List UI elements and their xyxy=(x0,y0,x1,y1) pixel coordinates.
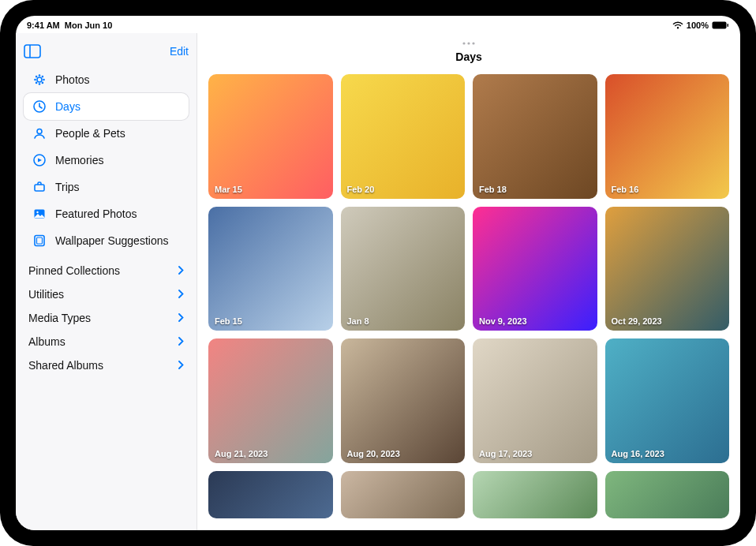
sidebar-header: Edit xyxy=(24,38,189,65)
tile-date: Feb 20 xyxy=(347,185,375,194)
sidebar-item-wallpaper[interactable]: Wallpaper Suggestions xyxy=(24,227,189,254)
sidebar-item-featured[interactable]: Featured Photos xyxy=(24,200,189,227)
sidebar-section-media-types[interactable]: Media Types xyxy=(24,306,189,330)
day-tile[interactable]: Aug 20, 2023 xyxy=(341,338,466,463)
svg-rect-16 xyxy=(35,185,44,191)
tile-date: Aug 20, 2023 xyxy=(347,449,400,458)
sidebar-sections: Pinned CollectionsUtilitiesMedia TypesAl… xyxy=(24,259,189,377)
day-tile[interactable]: Mar 15 xyxy=(208,74,333,199)
section-label: Utilities xyxy=(28,288,64,301)
svg-point-10 xyxy=(42,76,44,78)
tile-date: Feb 15 xyxy=(215,316,242,326)
svg-point-9 xyxy=(36,76,38,78)
sidebar: Edit PhotosDaysPeople & PetsMemoriesTrip… xyxy=(16,33,197,530)
status-bar: 9:41 AM Mon Jun 10 100% xyxy=(16,16,740,33)
day-tile[interactable] xyxy=(341,471,466,518)
days-grid[interactable]: Mar 15Feb 20Feb 18Feb 16Feb 15Jan 8Nov 9… xyxy=(197,69,740,530)
svg-point-23 xyxy=(472,42,474,44)
svg-point-14 xyxy=(37,129,42,134)
section-label: Shared Albums xyxy=(28,359,103,372)
device-frame: 9:41 AM Mon Jun 10 100% Edit xyxy=(0,0,756,546)
day-tile[interactable]: Aug 16, 2023 xyxy=(605,338,730,463)
svg-point-8 xyxy=(43,79,45,81)
svg-point-6 xyxy=(39,83,41,85)
tile-date: Nov 9, 2023 xyxy=(479,316,527,326)
sidebar-item-photos[interactable]: Photos xyxy=(24,66,189,93)
svg-point-5 xyxy=(39,74,41,77)
sidebar-item-memories[interactable]: Memories xyxy=(24,147,189,174)
sidebar-item-label: Photos xyxy=(55,73,90,86)
wifi-icon xyxy=(672,21,683,29)
sidebar-item-people[interactable]: People & Pets xyxy=(24,120,189,147)
sidebar-item-trips[interactable]: Trips xyxy=(24,174,189,200)
day-tile[interactable]: Feb 18 xyxy=(473,74,597,199)
sidebar-item-days[interactable]: Days xyxy=(24,93,189,120)
main-panel: Days Mar 15Feb 20Feb 18Feb 16Feb 15Jan 8… xyxy=(197,33,740,530)
more-handle-icon[interactable] xyxy=(461,35,477,49)
sidebar-item-label: Trips xyxy=(55,181,80,193)
svg-point-18 xyxy=(36,211,38,213)
svg-point-4 xyxy=(37,77,42,82)
status-right: 100% xyxy=(672,21,729,30)
day-tile[interactable]: Aug 21, 2023 xyxy=(208,338,333,463)
status-date: Mon Jun 10 xyxy=(65,21,113,30)
sidebar-section-utilities[interactable]: Utilities xyxy=(24,282,189,306)
status-left: 9:41 AM Mon Jun 10 xyxy=(27,21,112,30)
edit-button[interactable]: Edit xyxy=(170,45,189,58)
chevron-right-icon xyxy=(178,312,184,324)
page-title: Days xyxy=(455,50,481,69)
people-icon xyxy=(32,125,47,141)
featured-icon xyxy=(32,206,47,222)
sidebar-toggle-icon[interactable] xyxy=(24,44,41,58)
wallpaper-icon xyxy=(32,233,47,249)
tile-date: Aug 17, 2023 xyxy=(479,449,532,458)
day-tile[interactable]: Feb 20 xyxy=(341,74,466,199)
chevron-right-icon xyxy=(178,264,184,277)
sidebar-section-pinned-collections[interactable]: Pinned Collections xyxy=(24,259,189,282)
sidebar-item-label: People & Pets xyxy=(55,127,125,140)
day-tile[interactable]: Nov 9, 2023 xyxy=(473,207,597,331)
photos-icon xyxy=(32,72,47,88)
tile-date: Jan 8 xyxy=(347,316,369,326)
chevron-right-icon xyxy=(178,335,184,348)
tile-date: Oct 29, 2023 xyxy=(612,316,662,326)
sidebar-nav: PhotosDaysPeople & PetsMemoriesTripsFeat… xyxy=(24,66,189,254)
section-label: Pinned Collections xyxy=(28,264,120,277)
day-tile[interactable] xyxy=(208,471,333,518)
sidebar-item-label: Wallpaper Suggestions xyxy=(55,234,168,247)
day-tile[interactable]: Feb 15 xyxy=(208,207,333,331)
sidebar-section-albums[interactable]: Albums xyxy=(24,330,189,353)
memories-icon xyxy=(32,152,47,168)
content: Edit PhotosDaysPeople & PetsMemoriesTrip… xyxy=(16,33,740,530)
status-time: 9:41 AM xyxy=(27,21,60,30)
tile-date: Aug 21, 2023 xyxy=(215,449,268,458)
day-tile[interactable] xyxy=(605,471,730,518)
main-header: Days xyxy=(197,33,740,69)
svg-point-12 xyxy=(42,82,44,84)
svg-rect-2 xyxy=(24,45,40,58)
day-tile[interactable]: Oct 29, 2023 xyxy=(605,207,730,331)
day-tile[interactable]: Jan 8 xyxy=(341,207,466,331)
svg-point-7 xyxy=(34,79,36,81)
day-tile[interactable]: Aug 17, 2023 xyxy=(473,338,597,463)
sidebar-item-label: Memories xyxy=(55,154,103,166)
trips-icon xyxy=(32,179,47,195)
svg-point-11 xyxy=(36,82,38,84)
chevron-right-icon xyxy=(178,288,184,301)
section-label: Media Types xyxy=(28,312,91,324)
svg-rect-20 xyxy=(37,237,43,244)
battery-percent: 100% xyxy=(687,21,709,30)
sidebar-item-label: Days xyxy=(55,100,80,113)
svg-point-22 xyxy=(467,42,470,44)
chevron-right-icon xyxy=(178,359,184,372)
sidebar-section-shared-albums[interactable]: Shared Albums xyxy=(24,353,189,377)
tile-date: Feb 18 xyxy=(479,185,507,194)
tile-date: Feb 16 xyxy=(612,185,639,194)
days-icon xyxy=(32,99,47,114)
svg-point-21 xyxy=(462,42,465,44)
day-tile[interactable]: Feb 16 xyxy=(605,74,730,199)
svg-rect-1 xyxy=(728,24,729,27)
section-label: Albums xyxy=(28,335,65,348)
day-tile[interactable] xyxy=(473,471,597,518)
screen: 9:41 AM Mon Jun 10 100% Edit xyxy=(16,16,740,530)
